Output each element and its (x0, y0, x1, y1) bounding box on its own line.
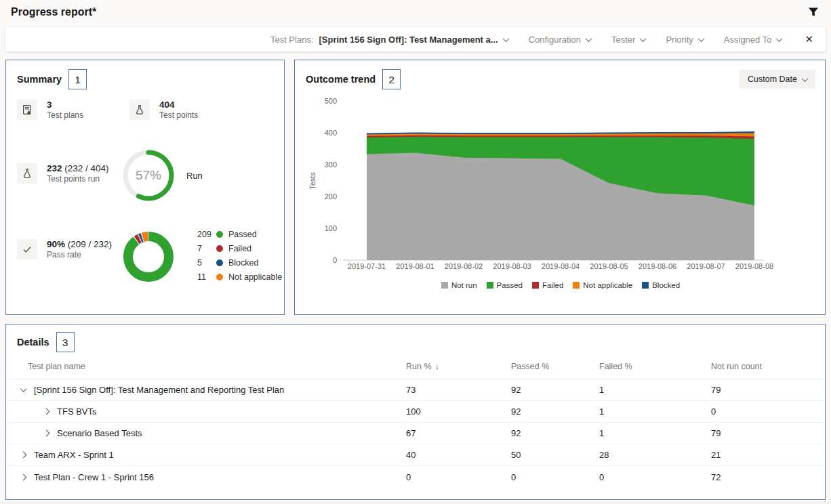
legend-label: Failed (542, 281, 563, 289)
column-header-label: Not run count (711, 362, 762, 371)
stat-suffix: (209 / 232) (68, 239, 112, 249)
details-table-body: [Sprint 156 Sign Off]: Test Management a… (6, 379, 825, 488)
donut-legend-item: 11Not applicable (197, 272, 282, 282)
outcome-trend-card: Outcome trend 2 Custom Date Tests 010020… (294, 60, 826, 315)
legend-square-icon (573, 282, 580, 289)
chevron-down-icon (776, 35, 783, 42)
test-plan-name-cell: Test Plan - Crew 1 - Sprint 156 (6, 472, 401, 482)
legend-square-icon (487, 282, 493, 289)
filter-dropdown-tester[interactable]: Tester (611, 35, 645, 45)
test-plan-name-cell: TFS BVTs (6, 406, 401, 417)
passed-percent-cell: 50 (506, 450, 594, 460)
not-run-count-cell: 72 (706, 472, 825, 482)
stat-value: 232 (47, 163, 62, 173)
x-tick-label: 2019-08-04 (542, 262, 580, 270)
legend-label: Not applicable (583, 281, 632, 289)
filter-dropdown-configuration[interactable]: Configuration (529, 35, 591, 45)
filter-dropdown-priority[interactable]: Priority (666, 35, 703, 45)
column-header-test-plan-name[interactable]: Test plan name (6, 362, 401, 371)
table-row[interactable]: Test Plan - Crew 1 - Sprint 15600072 (6, 466, 825, 488)
legend-label: Blocked (652, 281, 680, 289)
test-plan-icon (17, 100, 37, 120)
filter-dropdown-assigned-to[interactable]: Assigned To (724, 35, 782, 45)
gauge-label: Run (186, 171, 203, 181)
x-tick-label: 2019-08-06 (639, 262, 676, 270)
donut-legend-item: 7Failed (197, 244, 282, 253)
legend-label: Passed (497, 281, 523, 289)
table-row[interactable]: Scenario Based Tests6792179 (6, 423, 825, 444)
column-header-label: Passed % (511, 362, 549, 371)
trend-legend-item: Failed (532, 281, 563, 289)
column-header-not-run-count[interactable]: Not run count (706, 362, 825, 371)
details-title: Details (17, 337, 49, 348)
y-tick-label: 300 (325, 161, 337, 169)
legend-square-icon (441, 282, 448, 289)
failed-percent-cell: 0 (594, 472, 706, 482)
trend-legend: Not runPassedFailedNot applicableBlocked (295, 281, 826, 289)
legend-label: Passed (228, 230, 257, 239)
details-header-row: Test plan nameRun %↓Passed %Failed %Not … (6, 354, 825, 379)
stat-suffix: (232 / 404) (64, 163, 108, 173)
x-tick-label: 2019-08-02 (445, 262, 483, 270)
filter-dropdown-label: Assigned To (724, 35, 772, 45)
donut-legend-item: 209Passed (197, 230, 282, 239)
test-plan-name-cell: Team ARX - Sprint 1 (6, 450, 401, 460)
page-bottom-divider (0, 503, 831, 503)
legend-dot-icon (216, 245, 223, 252)
top-bar: Progress report* (0, 0, 831, 24)
failed-percent-cell: 28 (594, 450, 706, 460)
close-icon[interactable]: ✕ (805, 33, 813, 45)
run-percent-cell: 73 (401, 385, 506, 395)
legend-label: Not applicable (228, 272, 282, 282)
legend-count: 7 (197, 244, 216, 253)
run-gauge: 57% Run (120, 147, 203, 204)
chevron-right-icon[interactable] (20, 474, 27, 480)
table-row[interactable]: Team ARX - Sprint 140502821 (6, 444, 825, 466)
x-tick-label: 2019-08-07 (687, 262, 725, 270)
donut-legend-item: 5Blocked (197, 258, 282, 268)
y-axis-label: Tests (308, 172, 317, 190)
y-tick-label: 500 (325, 97, 337, 105)
legend-dot-icon (216, 259, 223, 266)
table-row[interactable]: [Sprint 156 Sign Off]: Test Management a… (6, 379, 825, 401)
column-header-label: Test plan name (28, 362, 85, 371)
column-header-run-[interactable]: Run %↓ (401, 362, 506, 371)
stat-test-points: 404 Test points (129, 100, 198, 121)
x-tick-label: 2019-07-31 (348, 262, 386, 270)
annotation-badge-1: 1 (68, 69, 87, 89)
filter-funnel-icon[interactable] (808, 7, 819, 17)
chevron-right-icon[interactable] (43, 430, 50, 437)
passed-percent-cell: 92 (506, 385, 594, 395)
beaker-icon (17, 163, 37, 184)
column-header-failed-[interactable]: Failed % (594, 362, 706, 371)
pass-rate-donut (118, 226, 179, 290)
column-header-passed-[interactable]: Passed % (506, 362, 594, 371)
column-header-label: Run % (406, 362, 432, 371)
table-row[interactable]: TFS BVTs1009210 (6, 401, 825, 423)
donut-legend: 209Passed7Failed5Blocked11Not applicable (197, 230, 282, 282)
chevron-right-icon[interactable] (20, 452, 27, 459)
stat-label: Test points run (47, 174, 109, 184)
chevron-right-icon[interactable] (43, 408, 50, 415)
legend-count: 209 (197, 230, 216, 239)
legend-label: Blocked (228, 258, 258, 268)
test-plan-name: TFS BVTs (57, 406, 97, 417)
stat-label: Test plans (47, 110, 83, 121)
legend-square-icon (642, 282, 649, 289)
page-title: Progress report* (11, 6, 96, 18)
test-plan-name: [Sprint 156 Sign Off]: Test Management a… (34, 385, 284, 395)
y-tick-label: 400 (325, 129, 337, 137)
test-plan-name-cell: [Sprint 156 Sign Off]: Test Management a… (6, 385, 401, 395)
chevron-down-icon (502, 35, 509, 42)
chevron-down-icon (640, 35, 647, 42)
trend-legend-item: Not run (441, 281, 477, 289)
run-percent-cell: 100 (401, 406, 506, 417)
stat-value: 90% (47, 239, 65, 249)
stat-test-points-run: 232 (232 / 404) Test points run (17, 163, 109, 184)
passed-percent-cell: 92 (506, 406, 594, 417)
filter-test-plans-dropdown[interactable]: Test Plans: [Sprint 156 Sign Off]: Test … (270, 35, 508, 45)
filter-bar: Test Plans: [Sprint 156 Sign Off]: Test … (5, 27, 826, 51)
run-percent-cell: 0 (401, 472, 506, 482)
chevron-down-icon[interactable] (20, 385, 27, 392)
filter-dropdown-label: Priority (666, 35, 693, 45)
